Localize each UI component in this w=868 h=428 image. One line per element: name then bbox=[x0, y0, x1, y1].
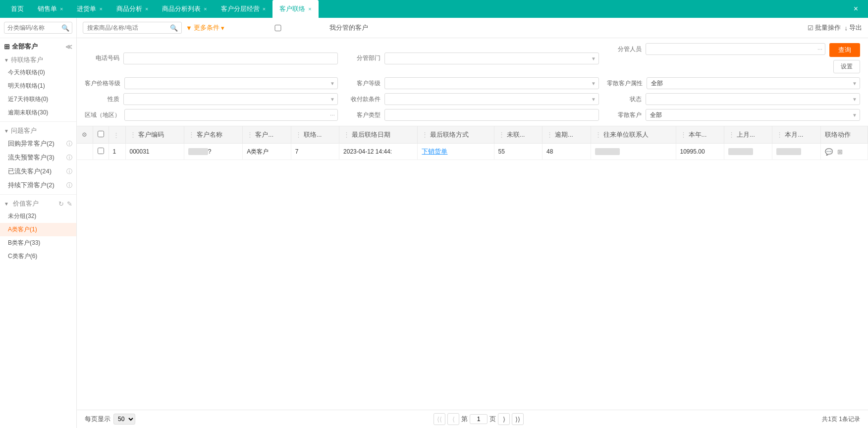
customer-type-label: 客户类型 bbox=[346, 111, 380, 119]
batch-ops-btn[interactable]: ☑ 批量操作 bbox=[808, 23, 841, 32]
page-total: 页 bbox=[489, 415, 496, 424]
sidebar-item-declining[interactable]: 持续下滑客户(2) ⓘ bbox=[0, 178, 76, 192]
close-tab-sales[interactable]: × bbox=[60, 6, 63, 12]
region-input[interactable] bbox=[124, 109, 338, 121]
th-checkbox bbox=[93, 126, 108, 144]
sparse-label: 零散客户 bbox=[607, 111, 642, 119]
my-customers-checkbox-wrap[interactable]: 我分管的客户 bbox=[228, 23, 368, 32]
th-unit-contact: ⋮往来单位联系人 bbox=[591, 126, 676, 144]
close-tab-analysis-list[interactable]: × bbox=[204, 6, 207, 12]
export-label: 导出 bbox=[849, 23, 862, 32]
this-month-blur bbox=[776, 148, 801, 155]
info-icon-2: ⓘ bbox=[66, 154, 72, 162]
sidebar-group-value[interactable]: ▼ 价值客户 ↻ ✎ bbox=[0, 197, 76, 210]
prev-page-btn[interactable]: ⟨ bbox=[447, 413, 459, 425]
customer-type-input[interactable] bbox=[384, 109, 599, 121]
nav-tab-sales[interactable]: 销售单 × bbox=[31, 0, 70, 18]
last-month-blur bbox=[728, 148, 753, 155]
sidebar-all-customers[interactable]: ⊞ 全部客户 ≪ bbox=[0, 38, 76, 53]
close-tab-analysis[interactable]: × bbox=[145, 6, 148, 12]
sparse-attr-select[interactable]: 全部 bbox=[647, 77, 860, 89]
pending-arrow: ▼ bbox=[4, 57, 9, 63]
th-contact: ⋮联络... bbox=[291, 126, 339, 144]
th-gear[interactable]: ⚙ bbox=[77, 126, 93, 144]
filter-search-input[interactable] bbox=[83, 22, 182, 34]
status-select[interactable] bbox=[646, 93, 860, 105]
filter-row-phone: 电话号码 bbox=[85, 43, 338, 73]
phone-control bbox=[123, 53, 338, 64]
nav-home[interactable]: 首页 bbox=[4, 0, 31, 18]
sidebar-item-c-class[interactable]: C类客户(6) bbox=[0, 250, 76, 263]
customer-type-control bbox=[384, 109, 599, 121]
row-checkbox[interactable] bbox=[98, 148, 104, 154]
nav-tab-analysis[interactable]: 商品分析 × bbox=[109, 0, 155, 18]
sidebar-item-tomorrow[interactable]: 明天待联络(1) bbox=[0, 79, 76, 93]
first-page-btn[interactable]: ⟨⟨ bbox=[434, 413, 445, 425]
nav-tab-customer-tier[interactable]: 客户分层经营 × bbox=[214, 0, 272, 18]
sidebar-collapse-icon[interactable]: ≪ bbox=[65, 43, 72, 51]
table-wrap: ⚙ ⋮ ⋮客户编码 ⋮客户名称 ⋮客户... ⋮联络... ⋮最后联络日期 ⋮最… bbox=[77, 126, 868, 410]
my-customers-checkbox[interactable] bbox=[228, 25, 327, 31]
nav-tab-customer-contact[interactable]: 客户联络 × bbox=[272, 0, 318, 18]
phone-input[interactable] bbox=[123, 53, 338, 64]
filter-more-btn[interactable]: ▼ 更多条件 ▾ bbox=[186, 23, 224, 32]
close-tab-customer-tier[interactable]: × bbox=[263, 6, 266, 12]
th-action: 联络动作 bbox=[820, 126, 868, 144]
td-overdue: 48 bbox=[542, 144, 591, 160]
manager-control: ··· bbox=[646, 43, 825, 55]
manager-input[interactable] bbox=[646, 43, 825, 55]
sidebar-item-b-class[interactable]: B类客户(33) bbox=[0, 236, 76, 250]
next-page-btn[interactable]: ⟩ bbox=[498, 413, 510, 425]
th-last-date: ⋮最后联络日期 bbox=[339, 126, 418, 144]
last-method-link[interactable]: 下销货单 bbox=[422, 148, 447, 155]
edit-icon[interactable]: ✎ bbox=[67, 200, 72, 208]
td-grade: A类客户 bbox=[243, 144, 291, 160]
export-btn[interactable]: ↓ 导出 bbox=[845, 23, 863, 32]
nav-tab-purchase[interactable]: 进货单 × bbox=[70, 0, 109, 18]
query-button[interactable]: 查询 bbox=[829, 43, 860, 57]
td-checkbox bbox=[93, 144, 108, 160]
region-label: 区域（地区） bbox=[85, 111, 120, 119]
sparse-select[interactable]: 全部 bbox=[646, 109, 860, 121]
dept-control: ▼ bbox=[384, 53, 599, 64]
sidebar-item-overdue[interactable]: 逾期未联络(30) bbox=[0, 106, 76, 119]
settings-button[interactable]: 设置 bbox=[833, 60, 860, 73]
adv-filter-btns: 查询 设置 bbox=[829, 43, 860, 73]
region-dots[interactable]: ··· bbox=[330, 111, 335, 118]
sidebar-group-pending[interactable]: ▼ 待联络客户 bbox=[0, 53, 76, 66]
nav-tab-analysis-list[interactable]: 商品分析列表 × bbox=[155, 0, 214, 18]
page-input[interactable] bbox=[470, 414, 488, 424]
table-row: 1 000031 ? A类客户 7 2023-04-12 14:44: 下销货单… bbox=[77, 144, 868, 160]
more-filters-label: 更多条件 bbox=[194, 23, 219, 32]
sidebar-item-ungroup[interactable]: 未分组(32) bbox=[0, 210, 76, 223]
select-all-checkbox[interactable] bbox=[98, 131, 104, 137]
manager-dots[interactable]: ··· bbox=[817, 46, 822, 53]
nature-select[interactable] bbox=[123, 93, 338, 105]
th-index: ⋮ bbox=[108, 126, 125, 144]
sidebar-item-7days[interactable]: 近7天待联络(0) bbox=[0, 93, 76, 106]
th-last-month: ⋮上月... bbox=[724, 126, 772, 144]
close-all-tabs[interactable]: × bbox=[848, 4, 864, 13]
sidebar-group-problem[interactable]: ▼ 问题客户 bbox=[0, 124, 76, 137]
sidebar-item-loss-warning[interactable]: 流失预警客户(3) ⓘ bbox=[0, 151, 76, 164]
close-tab-customer-contact[interactable]: × bbox=[308, 6, 311, 12]
qrcode-icon[interactable]: ⊞ bbox=[837, 148, 843, 156]
close-tab-purchase[interactable]: × bbox=[99, 6, 102, 12]
refresh-icon[interactable]: ↻ bbox=[58, 200, 64, 208]
price-grade-select[interactable] bbox=[124, 77, 338, 89]
name-blur bbox=[188, 148, 208, 155]
filter-row-dept: 分管部门 ▼ bbox=[346, 43, 599, 73]
sidebar-item-lost[interactable]: 已流失客户(24) ⓘ bbox=[0, 164, 76, 178]
dept-select[interactable] bbox=[384, 53, 599, 64]
payment-select[interactable] bbox=[384, 93, 599, 105]
last-page-btn[interactable]: ⟩⟩ bbox=[512, 413, 524, 425]
batch-icon: ☑ bbox=[808, 24, 814, 32]
per-page-select[interactable]: 50 bbox=[113, 414, 135, 425]
sidebar-item-repurchase-abnormal[interactable]: 回购异常客户(2) ⓘ bbox=[0, 137, 76, 151]
sidebar-item-today[interactable]: 今天待联络(0) bbox=[0, 66, 76, 79]
sidebar-search-icon: 🔍 bbox=[61, 24, 69, 32]
comment-icon[interactable]: 💬 bbox=[825, 148, 833, 156]
customer-grade-select[interactable] bbox=[384, 77, 599, 89]
td-code: 000031 bbox=[125, 144, 184, 160]
sidebar-item-a-class[interactable]: A类客户(1) bbox=[0, 223, 76, 236]
